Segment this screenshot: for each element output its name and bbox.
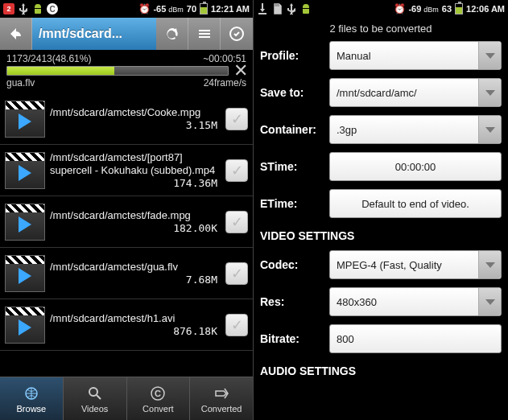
- clock: 12:21 AM: [211, 4, 250, 14]
- video-thumb-icon: [5, 101, 45, 138]
- list-item[interactable]: /mnt/sdcard/amctest/fade.mpg 182.00K ✓: [0, 196, 253, 248]
- codec-label: Codec:: [260, 258, 323, 271]
- search-icon: [86, 385, 104, 402]
- usb-icon: [18, 3, 29, 14]
- battery-pct: 63: [442, 4, 452, 14]
- container-label: Container:: [260, 123, 323, 136]
- refresh-button[interactable]: [156, 18, 188, 50]
- bitrate-label: Bitrate:: [260, 332, 323, 345]
- chevron-down-icon: [478, 79, 501, 106]
- container-select[interactable]: .3gp: [329, 115, 502, 144]
- toolbar: /mnt/sdcard...: [0, 18, 253, 50]
- bottom-tabs: Browse Videos C Convert Converted: [0, 377, 253, 420]
- codec-select[interactable]: MPEG-4 (Fast, Quality: [329, 250, 502, 279]
- android-icon: [300, 3, 312, 14]
- video-thumb-icon: [5, 152, 45, 189]
- tab-label: Browse: [17, 404, 47, 414]
- status-bar-left: 2 C ⏰ -65 dBm 70 12:21 AM: [0, 0, 253, 18]
- progress-count: 1173/2413(48.61%): [6, 53, 91, 64]
- tab-convert[interactable]: C Convert: [127, 377, 191, 420]
- list-item[interactable]: /mnt/sdcard/amctest/[port87] supercell -…: [0, 145, 253, 196]
- chevron-down-icon: [478, 42, 501, 69]
- svg-point-2: [89, 388, 97, 396]
- file-size: 174.36M: [50, 177, 221, 189]
- saveto-label: Save to:: [260, 86, 323, 99]
- profile-select[interactable]: Manual: [329, 41, 502, 70]
- file-path: /mnt/sdcard/amctest/gua.flv: [50, 261, 221, 274]
- file-checkbox[interactable]: ✓: [225, 159, 248, 182]
- sd-icon: [271, 3, 283, 14]
- convert-settings-pane: ⏰ -69 dBm 63 12:06 AM 2 files to be conv…: [254, 0, 508, 420]
- clock: 12:06 AM: [466, 4, 505, 14]
- etime-input[interactable]: Default to end of video.: [329, 189, 502, 218]
- audio-settings-header: AUDIO SETTINGS: [260, 361, 502, 377]
- file-list[interactable]: /mnt/sdcard/amctest/Cooke.mpg 3.15M ✓ /m…: [0, 93, 253, 377]
- tab-videos[interactable]: Videos: [64, 377, 127, 420]
- progress-file: gua.flv: [6, 77, 35, 89]
- etime-label: ETime:: [260, 197, 323, 210]
- list-item[interactable]: /mnt/sdcard/amctest/gua.flv 7.68M ✓: [0, 248, 253, 299]
- stime-input[interactable]: 00:00:00: [329, 152, 502, 181]
- signal-dbm: -65 dBm: [153, 4, 183, 14]
- file-checkbox[interactable]: ✓: [225, 211, 248, 233]
- notif-badge-icon: 2: [3, 3, 14, 14]
- file-size: 7.68M: [50, 274, 221, 286]
- converted-icon: [213, 385, 230, 402]
- video-settings-header: VIDEO SETTINGS: [260, 226, 502, 242]
- tab-label: Videos: [81, 404, 108, 414]
- saveto-select[interactable]: /mnt/sdcard/amc/: [329, 78, 502, 107]
- browse-pane: 2 C ⏰ -65 dBm 70 12:21 AM /mnt/sdcard...: [0, 0, 254, 420]
- progress-area: 1173/2413(48.61%) ~00:00:51 ✕ gua.flv 24…: [0, 50, 253, 93]
- back-button[interactable]: [0, 18, 32, 50]
- file-checkbox[interactable]: ✓: [225, 108, 248, 130]
- alarm-icon: ⏰: [138, 3, 150, 14]
- file-path: /mnt/sdcard/amctest/[port87] supercell -…: [50, 151, 221, 178]
- alarm-icon: ⏰: [394, 3, 405, 14]
- progress-rate: 24frame/s: [204, 77, 246, 89]
- battery-icon: [455, 3, 463, 14]
- tab-browse[interactable]: Browse: [0, 377, 64, 420]
- file-path: /mnt/sdcard/amctest/h1.avi: [50, 312, 221, 325]
- tab-converted[interactable]: Converted: [190, 377, 253, 420]
- file-path: /mnt/sdcard/amctest/fade.mpg: [50, 209, 221, 222]
- download-icon: [257, 3, 268, 14]
- file-checkbox[interactable]: ✓: [225, 314, 248, 336]
- browse-icon: [23, 385, 40, 402]
- video-thumb-icon: [5, 204, 45, 241]
- res-label: Res:: [260, 295, 323, 308]
- menu-button[interactable]: [188, 18, 221, 50]
- tab-label: Converted: [201, 404, 242, 414]
- list-item[interactable]: /mnt/sdcard/amctest/Cooke.mpg 3.15M ✓: [0, 93, 253, 145]
- profile-label: Profile:: [260, 49, 323, 62]
- video-thumb-icon: [5, 307, 45, 344]
- file-size: 182.00K: [50, 222, 221, 234]
- convert-header: 2 files to be converted: [254, 18, 508, 41]
- progress-bar: [6, 66, 229, 76]
- settings-form: Profile: Manual Save to: /mnt/sdcard/amc…: [254, 41, 508, 377]
- usb-icon: [286, 3, 297, 14]
- battery-pct: 70: [187, 4, 196, 14]
- app-icon: C: [47, 3, 58, 14]
- tab-label: Convert: [142, 404, 174, 414]
- stime-label: STime:: [260, 160, 323, 173]
- video-thumb-icon: [5, 255, 45, 292]
- chevron-down-icon: [478, 116, 501, 143]
- file-path: /mnt/sdcard/amctest/Cooke.mpg: [50, 106, 221, 119]
- list-item[interactable]: /mnt/sdcard/amctest/h1.avi 876.18K ✓: [0, 299, 253, 351]
- file-size: 876.18K: [50, 325, 221, 337]
- chevron-down-icon: [478, 288, 501, 315]
- battery-icon: [200, 3, 208, 14]
- file-checkbox[interactable]: ✓: [225, 262, 248, 285]
- status-bar-right: ⏰ -69 dBm 63 12:06 AM: [254, 0, 508, 18]
- file-size: 3.15M: [50, 119, 221, 131]
- svg-text:C: C: [155, 389, 161, 398]
- bitrate-input[interactable]: 800: [329, 324, 502, 353]
- cancel-icon[interactable]: ✕: [233, 66, 248, 76]
- convert-icon: C: [149, 385, 167, 402]
- chevron-down-icon: [478, 251, 501, 278]
- res-select[interactable]: 480x360: [329, 287, 502, 316]
- android-icon: [32, 3, 43, 14]
- tag-button[interactable]: [221, 18, 253, 50]
- signal-dbm: -69 dBm: [408, 4, 438, 14]
- path-display[interactable]: /mnt/sdcard...: [32, 18, 156, 50]
